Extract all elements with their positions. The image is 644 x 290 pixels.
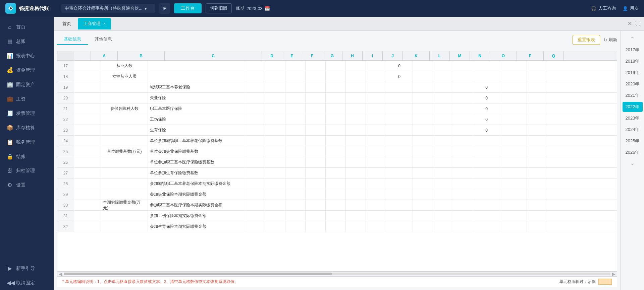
cell-20-j[interactable] (366, 93, 386, 103)
cell-20-a[interactable] (74, 93, 101, 103)
cell-18-n[interactable] (453, 71, 473, 82)
cell-20-e[interactable] (265, 93, 285, 103)
cell-29-p[interactable] (500, 189, 527, 200)
cell-22-a[interactable] (74, 114, 101, 125)
cell-19-c[interactable]: 城镇职工基本养老保险 (148, 82, 245, 92)
col-header-i[interactable]: I (363, 51, 383, 60)
cell-17-o[interactable] (473, 61, 500, 71)
sidebar-item-tax[interactable]: 📋 税务管理 (0, 135, 54, 149)
cell-22-g[interactable] (306, 114, 326, 125)
cell-18-m[interactable] (433, 71, 453, 82)
cell-25-b[interactable]: 单位缴费基数(万元) (101, 146, 148, 157)
cell-21-o[interactable]: 0 (473, 103, 500, 114)
expand-window-icon[interactable]: ⛶ (635, 20, 641, 27)
cell-25-f[interactable] (285, 146, 306, 157)
cell-27-o[interactable] (473, 168, 500, 178)
col-header-o[interactable]: O (490, 51, 517, 60)
cell-20-g[interactable] (306, 93, 326, 103)
year-item-2026[interactable]: 2026年 (623, 147, 643, 157)
cell-19-g[interactable] (306, 82, 326, 92)
cell-19-k[interactable] (386, 82, 413, 92)
col-header-q[interactable]: Q (544, 51, 564, 60)
cell-19-m[interactable] (433, 82, 453, 92)
cell-28-c[interactable]: 参加城镇职工基本养老保险本期实际缴费金额 (148, 178, 245, 189)
cell-23-j[interactable] (366, 125, 386, 135)
cell-32-d[interactable] (245, 221, 265, 232)
col-header-l[interactable]: L (430, 51, 450, 60)
year-item-2018[interactable]: 2018年 (623, 56, 643, 66)
cell-28-p[interactable] (500, 178, 527, 189)
col-header-e[interactable]: E (282, 51, 302, 60)
cell-32-c[interactable]: 参加生育保险本期实际缴费金额 (148, 221, 245, 232)
cell-23-m[interactable] (433, 125, 453, 135)
sidebar-item-report[interactable]: 📊 报表中心 (0, 49, 54, 63)
cell-19-h[interactable] (326, 82, 346, 92)
cell-25-p[interactable] (500, 146, 527, 157)
cell-30-h[interactable] (326, 200, 346, 210)
cell-32-a[interactable] (74, 221, 101, 232)
cell-26-g[interactable] (306, 157, 326, 167)
cell-22-c[interactable]: 工伤保险 (148, 114, 245, 125)
cell-21-c[interactable]: 职工基本医疗保险 (148, 103, 245, 114)
cell-24-l[interactable] (413, 136, 433, 146)
cell-25-h[interactable] (326, 146, 346, 157)
cell-31-h[interactable] (326, 211, 346, 221)
cell-30-c[interactable]: 参加职工基本医疗保险本期实际缴费金额 (148, 200, 245, 210)
cell-25-i[interactable] (346, 146, 366, 157)
cell-18-j[interactable] (366, 71, 386, 82)
cell-21-p[interactable] (500, 103, 527, 114)
cell-24-n[interactable] (453, 136, 473, 146)
cell-20-b[interactable] (101, 93, 148, 103)
cell-22-i[interactable] (346, 114, 366, 125)
cell-31-f[interactable] (285, 211, 306, 221)
cell-18-l[interactable] (413, 71, 433, 82)
cell-27-l[interactable] (413, 168, 433, 178)
cell-32-p[interactable] (500, 221, 527, 232)
cell-17-e[interactable] (265, 61, 285, 71)
cell-25-k[interactable] (386, 146, 413, 157)
cell-19-d[interactable] (245, 82, 265, 92)
cell-21-h[interactable] (326, 103, 346, 114)
col-header-f[interactable]: F (302, 51, 322, 60)
sidebar-item-ledger[interactable]: ▤ 总账 (0, 34, 54, 49)
cell-30-l[interactable] (413, 200, 433, 210)
cell-29-j[interactable] (366, 189, 386, 200)
cell-22-p[interactable] (500, 114, 527, 125)
cell-17-j[interactable] (366, 61, 386, 71)
cell-29-i[interactable] (346, 189, 366, 200)
cell-27-c[interactable]: 单位参加生育保险缴费基数 (148, 168, 245, 178)
sidebar-item-salary[interactable]: 💼 工资 (0, 92, 54, 106)
cell-26-d[interactable] (245, 157, 265, 167)
cell-18-p[interactable] (500, 71, 527, 82)
cell-23-k[interactable] (386, 125, 413, 135)
cell-28-q[interactable] (527, 178, 547, 189)
cell-22-e[interactable] (265, 114, 285, 125)
cell-20-p[interactable] (500, 93, 527, 103)
cell-28-k[interactable] (386, 178, 413, 189)
cell-31-c[interactable]: 参加工伤保险本期实际缴费金额 (148, 211, 245, 221)
cell-26-h[interactable] (326, 157, 346, 167)
reset-report-button[interactable]: 重置报表 (573, 35, 600, 45)
cell-20-o[interactable]: 0 (473, 93, 500, 103)
cell-20-m[interactable] (433, 93, 453, 103)
cell-30-e[interactable] (265, 200, 285, 210)
cell-20-k[interactable] (386, 93, 413, 103)
cell-28-i[interactable] (346, 178, 366, 189)
cell-29-a[interactable] (74, 189, 101, 200)
year-item-2024[interactable]: 2024年 (623, 125, 643, 135)
cell-24-j[interactable] (366, 136, 386, 146)
cell-23-p[interactable] (500, 125, 527, 135)
cell-17-g[interactable] (306, 61, 326, 71)
cell-32-q[interactable] (527, 221, 547, 232)
year-item-2020[interactable]: 2020年 (623, 79, 643, 89)
cell-26-b[interactable] (101, 157, 148, 167)
cell-19-q[interactable] (527, 82, 547, 92)
tab-home[interactable]: 首页 (57, 18, 76, 29)
cell-25-a[interactable] (74, 146, 101, 157)
cell-19-p[interactable] (500, 82, 527, 92)
cell-19-b[interactable] (101, 82, 148, 92)
cell-20-c[interactable]: 失业保险 (148, 93, 245, 103)
cell-27-n[interactable] (453, 168, 473, 178)
cell-21-n[interactable] (453, 103, 473, 114)
cell-19-l[interactable] (413, 82, 433, 92)
